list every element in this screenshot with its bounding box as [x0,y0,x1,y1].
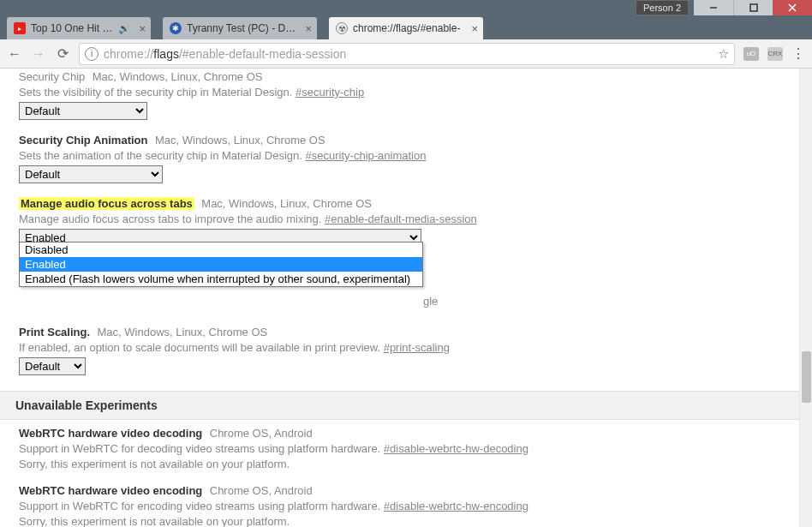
url-scheme: chrome:// [104,47,153,61]
flag-platforms: Mac, Windows, Linux, Chrome OS [93,70,263,83]
scrollbar[interactable] [799,69,812,527]
flag-title: Security Chip [19,70,85,83]
profile-badge[interactable]: Person 2 [636,0,689,15]
flag-title: Security Chip Animation [19,134,147,147]
flag-unavailable-msg: Sorry, this experiment is not available … [19,515,800,527]
flag-title: WebRTC hardware video decoding [19,427,202,440]
tab-close-icon[interactable]: × [305,22,312,35]
flag-platforms: Chrome OS, Android [210,427,313,440]
chrome-menu-icon[interactable]: ⋮ [791,45,805,62]
site-icon: ✱ [170,22,182,34]
flag-anchor-link[interactable]: #security-chip-animation [306,149,427,162]
flags-icon: ☢ [336,22,348,34]
audio-icon[interactable]: 🔊 [118,23,130,34]
minimize-button[interactable] [694,0,733,15]
site-info-icon[interactable]: i [85,47,99,61]
flag-description-tail: gle [423,295,800,308]
flag-security-chip-animation: Security Chip Animation Mac, Windows, Li… [0,127,812,190]
back-button[interactable]: ← [7,46,22,62]
flag-security-chip: Security Chip Mac, Windows, Linux, Chrom… [0,69,812,127]
flag-title: WebRTC hardware video encoding [19,484,202,497]
svg-rect-1 [750,4,757,11]
flag-platforms: Mac, Windows, Linux, Chrome OS [98,326,268,338]
flag-anchor-link[interactable]: #disable-webrtc-hw-encoding [384,500,528,512]
flag-title: Print Scaling. [19,326,90,338]
flag-title: Manage audio focus across tabs [19,197,194,210]
flag-select[interactable]: Default [19,102,147,120]
flag-anchor-link[interactable]: #security-chip [296,86,364,99]
flag-unavailable-msg: Sorry, this experiment is not available … [19,458,800,470]
flag-anchor-link[interactable]: #disable-webrtc-hw-decoding [384,442,528,455]
flag-print-scaling: Print Scaling. Mac, Windows, Linux, Chro… [0,319,812,382]
window-controls [694,0,812,15]
flag-description: Manage audio focus across tabs to improv… [19,213,800,225]
flag-select[interactable]: Default [19,165,163,183]
tab-1[interactable]: ✱ Tyranny Test (PC) - Das E × [163,17,317,39]
flag-enable-default-media-session: Manage audio focus across tabs Mac, Wind… [0,190,812,254]
forward-button: → [31,46,46,62]
bookmark-star-icon[interactable]: ☆ [718,46,729,62]
close-button[interactable] [773,0,812,15]
flag-description: Support in WebRTC for encoding video str… [19,500,800,512]
url-host: flags [153,47,179,61]
section-header-unavailable: Unavailable Experiments [0,391,812,420]
url-path: /#enable-default-media-session [179,47,346,61]
flag-anchor-link[interactable]: #enable-default-media-session [325,213,477,225]
flag-description: Support in WebRTC for decoding video str… [19,442,800,455]
tab-close-icon[interactable]: × [471,22,478,35]
scrollbar-thumb[interactable] [802,351,811,403]
tab-2[interactable]: ☢ chrome://flags/#enable- × [329,17,483,39]
tab-0[interactable]: ▸ Top 10 One Hit Wond 🔊 × [7,17,151,39]
extension-crx-icon[interactable]: CRX [767,47,783,61]
tab-title: Top 10 One Hit Wond [31,22,115,34]
flag-webrtc-hw-encoding: WebRTC hardware video encoding Chrome OS… [0,477,812,527]
flag-webrtc-hw-decoding: WebRTC hardware video decoding Chrome OS… [0,420,812,477]
dropdown-option[interactable]: Enabled (Flash lowers volume when interr… [20,272,422,286]
page-content: Security Chip Mac, Windows, Linux, Chrom… [0,69,812,527]
window-titlebar: Person 2 [0,0,812,15]
flag-description: Sets the animation of the security chip … [19,149,800,162]
dropdown-option[interactable]: Disabled [20,243,422,257]
flag-select-dropdown: Disabled Enabled Enabled (Flash lowers v… [19,242,423,287]
flag-platforms: Mac, Windows, Linux, Chrome OS [155,134,325,147]
extension-ublock-icon[interactable]: uO [743,47,759,61]
toolbar: ← → ⟳ i chrome://flags/#enable-default-m… [0,39,812,69]
address-bar[interactable]: i chrome://flags/#enable-default-media-s… [79,43,735,65]
flag-anchor-link[interactable]: #print-scaling [384,341,450,354]
flag-description: Sets the visibility of the security chip… [19,86,800,99]
youtube-icon: ▸ [14,22,26,34]
flag-platforms: Mac, Windows, Linux, Chrome OS [201,197,372,210]
tab-close-icon[interactable]: × [139,22,146,35]
reload-button[interactable]: ⟳ [55,46,70,62]
dropdown-option[interactable]: Enabled [20,257,422,272]
maximize-button[interactable] [733,0,773,15]
flag-select[interactable]: Default [19,357,86,375]
tab-title: Tyranny Test (PC) - Das E [187,22,300,34]
tab-title: chrome://flags/#enable- [353,22,466,34]
flag-description: If enabled, an option to scale documents… [19,341,800,354]
flag-platforms: Chrome OS, Android [210,484,313,497]
tab-strip: ▸ Top 10 One Hit Wond 🔊 × ✱ Tyranny Test… [0,15,812,39]
